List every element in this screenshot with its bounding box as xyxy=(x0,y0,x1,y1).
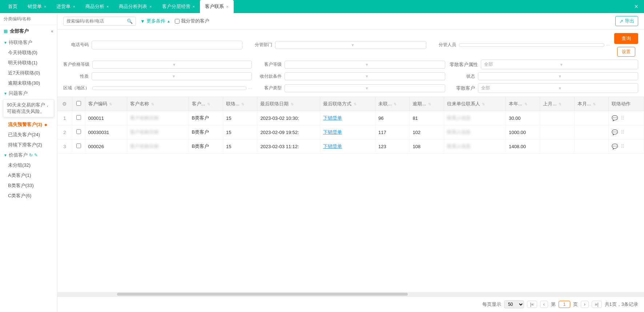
tab-customer-contact[interactable]: 客户联系 × xyxy=(200,0,233,13)
window-close-button[interactable]: × xyxy=(631,3,641,11)
region-more-icon[interactable]: ··· xyxy=(248,85,252,91)
sort-icon-name[interactable]: ⇅ xyxy=(151,102,154,106)
sidebar-item-class-a[interactable]: A类客户(1) xyxy=(0,170,57,181)
row-checkbox-0[interactable] xyxy=(76,115,81,120)
row-checkbox-1[interactable] xyxy=(76,129,81,134)
action-more-icon[interactable]: ⠿ xyxy=(621,115,624,121)
horizontal-scrollbar[interactable] xyxy=(57,292,644,296)
sidebar-item-tomorrow[interactable]: 明天待联络(1) xyxy=(0,58,57,68)
sort-icon-code[interactable]: ⇅ xyxy=(109,102,112,106)
tab-close-sales[interactable]: × xyxy=(44,4,46,9)
person-select[interactable] xyxy=(459,43,604,47)
action-more-icon[interactable]: ⠿ xyxy=(621,143,624,149)
sidebar-item-ungroup[interactable]: 未分组(32) xyxy=(0,160,57,170)
page-first-btn[interactable]: |« xyxy=(527,301,537,308)
sort-icon-overdue[interactable]: ⇅ xyxy=(428,102,431,106)
action-chat-icon[interactable]: 💬 xyxy=(612,115,618,121)
sidebar-item-declining[interactable]: 持续下滑客户(2) xyxy=(0,140,57,150)
filter-bar: 🔍 ▼ 更多条件 ▲ 我分管的客户 ↗ 导出 xyxy=(57,13,644,29)
row-checkbox-2[interactable] xyxy=(76,143,81,148)
tab-customer-tier[interactable]: 客户分层经营 × xyxy=(157,0,200,13)
sort-icon-this-year[interactable]: ⇅ xyxy=(524,102,527,106)
sidebar-item-today[interactable]: 今天待联络(0) xyxy=(0,48,57,58)
page-prev-btn[interactable]: ‹ xyxy=(540,301,548,308)
adv-filter-row-1: 电话号码 分管部门 ▼ 分管人员 ··· xyxy=(63,33,638,57)
last-method-link[interactable]: 下销货单 xyxy=(323,129,342,135)
last-method-link[interactable]: 下销货单 xyxy=(323,143,342,149)
cell-no-contact: 117 xyxy=(375,125,409,139)
tab-sales[interactable]: 销货单 × xyxy=(23,0,51,13)
tab-analysis[interactable]: 商品分析 × xyxy=(80,0,114,13)
select-all-checkbox[interactable] xyxy=(76,101,81,106)
tab-purchase[interactable]: 进货单 × xyxy=(51,0,80,13)
tab-bar: 首页 销货单 × 进货单 × 商品分析 × 商品分析列表 × 客户分层经营 × … xyxy=(0,0,644,13)
level-select[interactable]: ▼ xyxy=(285,61,445,69)
sidebar-collapse-icon[interactable]: « xyxy=(51,29,53,34)
sidebar-item-churn-warning[interactable]: 流失预警客户(3) xyxy=(0,119,57,130)
pagination-total: 共1页，3条记录 xyxy=(605,301,638,308)
tab-home[interactable]: 首页 xyxy=(3,0,23,13)
sort-icon-this-month[interactable]: ⇅ xyxy=(593,102,596,106)
edit-icon-value[interactable]: ✎ xyxy=(34,153,38,158)
tab-close-analysis[interactable]: × xyxy=(106,4,109,9)
th-this-month: 本月... ⇅ xyxy=(574,97,608,111)
pagination-bar: 每页显示 50 100 200 |« ‹ 第 1 页 › »| 共1页，3条记录 xyxy=(57,296,644,312)
search-input[interactable] xyxy=(67,19,127,24)
sort-icon-category[interactable]: ⇅ xyxy=(207,102,210,106)
per-page-select[interactable]: 50 100 200 xyxy=(504,300,524,308)
tab-analysis-list[interactable]: 商品分析列表 × xyxy=(114,0,157,13)
adv-filter-row-2: 客户价格等级 ▼ 客户等级 ▼ 零散客户属性 xyxy=(63,60,638,69)
last-method-link[interactable]: 下销货单 xyxy=(323,115,342,121)
scrollbar-thumb[interactable] xyxy=(117,293,408,296)
sort-icon-last-date[interactable]: ⇅ xyxy=(291,102,294,106)
sort-icon-no-contact[interactable]: ⇅ xyxy=(394,102,397,106)
sort-icon-unit-contact[interactable]: ⇅ xyxy=(482,102,485,106)
page-next-btn[interactable]: › xyxy=(581,301,589,308)
refresh-icon-value[interactable]: ↻ xyxy=(29,153,33,158)
tab-close-purchase[interactable]: × xyxy=(73,4,75,9)
zero-attr-select[interactable]: 全部 ▼ xyxy=(481,60,638,69)
chevron-down-status: ▼ xyxy=(558,74,635,78)
action-chat-icon[interactable]: 💬 xyxy=(612,129,618,135)
dept-select[interactable]: ▼ xyxy=(275,41,426,49)
setting-button[interactable]: 设置 xyxy=(617,47,635,57)
sort-icon-last-month[interactable]: ⇅ xyxy=(559,102,562,106)
zero-customer-select[interactable]: 全部 ▼ xyxy=(478,83,638,93)
page-last-btn[interactable]: »| xyxy=(592,301,602,308)
payment-select[interactable]: ▼ xyxy=(285,72,445,80)
sort-icon-last-method[interactable]: ⇅ xyxy=(354,102,357,106)
action-more-icon[interactable]: ⠿ xyxy=(621,129,624,135)
sidebar-all-customers[interactable]: ⊞ 全部客户 « xyxy=(0,25,57,37)
status-select[interactable]: ▼ xyxy=(478,72,638,80)
nature-select[interactable]: ▼ xyxy=(92,72,252,80)
cell-this-month xyxy=(574,139,608,154)
price-level-select[interactable]: ▼ xyxy=(92,61,252,69)
person-more-icon[interactable]: ··· xyxy=(606,42,610,48)
tab-close-customer-contact[interactable]: × xyxy=(226,4,228,9)
sidebar-search-input[interactable] xyxy=(4,16,57,21)
sidebar-item-class-c[interactable]: C类客户(6) xyxy=(0,191,57,201)
query-button[interactable]: 查询 xyxy=(614,33,638,44)
sidebar-section-problem[interactable]: ▼ 问题客户 xyxy=(0,88,57,98)
cell-action: 💬 ⠿ xyxy=(609,111,644,125)
phone-input[interactable] xyxy=(92,41,242,49)
sidebar-item-7days[interactable]: 近7天待联络(0) xyxy=(0,68,57,78)
action-chat-icon[interactable]: 💬 xyxy=(612,143,618,149)
sidebar-section-pending[interactable]: ▼ 待联络客户 xyxy=(0,37,57,48)
settings-icon[interactable]: ⚙ xyxy=(62,101,67,107)
table-header-row: ⚙ 客户编码 ⇅ 客户名称 ⇅ xyxy=(57,97,644,111)
tab-close-customer-tier[interactable]: × xyxy=(193,4,195,9)
tab-close-analysis-list[interactable]: × xyxy=(149,4,152,9)
sidebar-item-churned[interactable]: 已流失客户(24) xyxy=(0,130,57,140)
sidebar-item-class-b[interactable]: B类客户(33) xyxy=(0,181,57,191)
th-last-month: 上月... ⇅ xyxy=(540,97,574,111)
sort-icon-contact[interactable]: ⇅ xyxy=(241,102,244,106)
my-customers-checkbox[interactable]: 我分管的客户 xyxy=(175,18,209,24)
sidebar-item-overdue[interactable]: 逾期未联络(30) xyxy=(0,78,57,88)
type-select[interactable]: ▼ xyxy=(285,84,445,92)
sidebar-section-value[interactable]: ▼ 价值客户 ↻ ✎ xyxy=(0,150,57,160)
more-conditions-btn[interactable]: ▼ 更多条件 ▲ xyxy=(140,18,170,24)
my-customers-check[interactable] xyxy=(175,19,180,24)
region-select[interactable] xyxy=(92,86,246,90)
export-button[interactable]: ↗ 导出 xyxy=(615,16,638,26)
